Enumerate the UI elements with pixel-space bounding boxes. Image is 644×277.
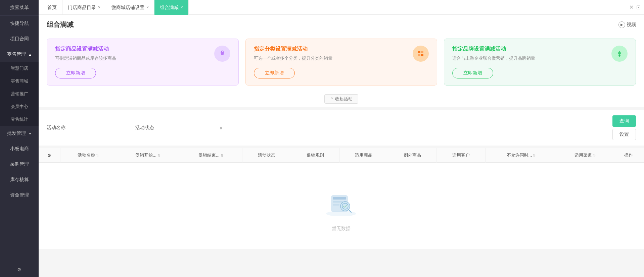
category-card-add-btn[interactable]: 立即新增 <box>254 68 295 78</box>
col-promo-end: 促销结束... ⇅ <box>179 148 242 163</box>
sort-promo-start[interactable]: 促销开始... ⇅ <box>120 152 176 158</box>
svg-rect-7 <box>333 197 346 200</box>
sort-icon-promo-end: ⇅ <box>221 154 223 157</box>
col-activity-name: 活动名称 ⇅ <box>60 148 116 163</box>
svg-rect-1 <box>418 51 420 53</box>
close-combo-discount-icon[interactable]: × <box>181 0 183 15</box>
col-promo-start: 促销开始... ⇅ <box>116 148 179 163</box>
col-activity-status: 活动状态 <box>242 148 291 163</box>
sort-activity-name[interactable]: 活动名称 ⇅ <box>64 152 112 158</box>
page-title: 组合满减 <box>47 20 74 29</box>
empty-state-illustration <box>321 187 361 220</box>
col-applicable-customer: 适用客户 <box>436 148 485 163</box>
col-no-concurrent: 不允许同时... ⇅ <box>485 148 557 163</box>
sort-icon-no-concurrent: ⇅ <box>533 154 536 157</box>
sort-promo-end[interactable]: 促销结束... ⇅ <box>183 152 239 158</box>
tabs-controls: ✕ ⊡ <box>629 4 641 10</box>
sidebar-item-smart-store[interactable]: 智慧门店 <box>0 62 39 75</box>
table-settings-icon[interactable]: ⚙ <box>47 153 51 158</box>
category-card-title: 指定分类设置满减活动 <box>254 46 429 53</box>
tab-store-catalog[interactable]: 门店商品目录 × <box>62 0 106 15</box>
sidebar-item-member-center[interactable]: 会员中心 <box>0 100 39 113</box>
table-header-row: ⚙ 活动名称 ⇅ 促销开始... ⇅ <box>39 148 644 163</box>
sort-applicable-channel[interactable]: 适用渠道 ⇅ <box>560 152 609 158</box>
col-actions: 操作 <box>613 148 644 163</box>
svg-rect-8 <box>333 201 343 203</box>
sidebar-item-retail-mgmt[interactable]: 零售管理 ▲ <box>0 47 39 62</box>
filter-name-item: 活动名称 <box>47 124 129 132</box>
close-wechat-store-icon[interactable]: × <box>146 0 149 15</box>
filter-section: 活动名称 活动状态 进行中 已结束 未开始 ∨ 查询 设置 <box>39 110 644 146</box>
empty-state-cell: 暂无数据 <box>39 163 644 250</box>
empty-state-row: 暂无数据 <box>39 163 644 250</box>
sidebar-settings-icon[interactable]: ⚙ <box>0 262 39 277</box>
sort-icon-applicable-channel: ⇅ <box>593 154 596 157</box>
table-body: 暂无数据 <box>39 163 644 250</box>
sidebar-item-xiaochang-ecom[interactable]: 小畅电商 <box>0 141 39 157</box>
query-button[interactable]: 查询 <box>612 115 636 127</box>
col-settings[interactable]: ⚙ <box>39 148 60 163</box>
category-discount-card: 指定分类设置满减活动 可选一个或者多个分类，提升分类的销量 立即新增 <box>245 39 438 86</box>
empty-text: 暂无数据 <box>332 226 351 232</box>
sort-icon-activity-name: ⇅ <box>96 154 99 157</box>
video-icon: ▶ <box>618 21 625 28</box>
sidebar-item-finance-mgmt[interactable]: 资金管理 <box>0 187 39 203</box>
svg-rect-2 <box>421 51 423 53</box>
wholesale-mgmt-arrow: ▼ <box>28 132 32 135</box>
sort-no-concurrent[interactable]: 不允许同时... ⇅ <box>489 152 554 158</box>
sidebar-item-marketing[interactable]: 营销推广 <box>0 88 39 100</box>
sidebar-item-quick-nav[interactable]: 快捷导航 <box>0 16 39 31</box>
tab-combo-discount[interactable]: 组合满减 × <box>154 0 189 15</box>
brand-card-add-btn[interactable]: 立即新增 <box>452 68 493 78</box>
collapse-bar: ⌃ 收起活动 <box>39 91 644 107</box>
filter-name-label: 活动名称 <box>47 125 65 131</box>
filter-status-item: 活动状态 进行中 已结束 未开始 ∨ <box>135 124 224 132</box>
sidebar-item-wholesale-mgmt[interactable]: 批发管理 ▼ <box>0 126 39 141</box>
svg-rect-9 <box>333 204 339 206</box>
video-link[interactable]: ▶ 视频 <box>618 21 636 28</box>
sidebar-item-retail-stats[interactable]: 零售统计 <box>0 113 39 126</box>
collapse-icon: ⌃ <box>330 97 334 102</box>
filter-status-select[interactable]: 进行中 已结束 未开始 <box>157 124 224 132</box>
table-header: ⚙ 活动名称 ⇅ 促销开始... ⇅ <box>39 148 644 163</box>
col-applicable-goods: 适用商品 <box>339 148 388 163</box>
activity-table: ⚙ 活动名称 ⇅ 促销开始... ⇅ <box>39 148 644 249</box>
category-card-icon <box>413 46 429 62</box>
product-discount-card: 指定商品设置满减活动 可指定滞销商品或库存较多商品 立即新增 <box>47 39 239 86</box>
svg-rect-4 <box>421 54 423 56</box>
page-content: 组合满减 ▶ 视频 指定商品设置满减活动 可指定滞销商品或库存较多商品 <box>39 15 644 277</box>
table-section: ⚙ 活动名称 ⇅ 促销开始... ⇅ <box>39 148 644 249</box>
brand-card-desc: 适合与上游企业联合做营销，提升品牌销量 <box>452 55 628 61</box>
tab-wechat-store[interactable]: 微商城店铺设置 × <box>106 0 154 15</box>
brand-discount-card: 指定品牌设置满减活动 适合与上游企业联合做营销，提升品牌销量 立即新增 <box>444 39 636 86</box>
retail-mgmt-arrow: ▲ <box>28 53 32 56</box>
tabs-bar: 首页 门店商品目录 × 微商城店铺设置 × 组合满减 × ✕ ⊡ <box>39 0 644 15</box>
filter-status-wrapper: 进行中 已结束 未开始 ∨ <box>157 124 224 132</box>
col-applicable-channel: 适用渠道 ⇅ <box>557 148 613 163</box>
filter-name-input[interactable] <box>68 124 129 132</box>
filter-buttons: 查询 设置 <box>612 115 636 140</box>
collapse-activities-btn[interactable]: ⌃ 收起活动 <box>324 94 358 104</box>
brand-card-title: 指定品牌设置满减活动 <box>452 46 628 53</box>
brand-card-icon <box>611 46 628 62</box>
cards-section: 指定商品设置满减活动 可指定滞销商品或库存较多商品 立即新增 <box>39 33 644 91</box>
sidebar: 搜索菜单 快捷导航 项目合同 零售管理 ▲ 智慧门店 零售商城 营销推广 会员中… <box>0 0 39 277</box>
filter-status-label: 活动状态 <box>135 125 154 131</box>
col-except-goods: 例外商品 <box>388 148 437 163</box>
sidebar-item-retail-mall[interactable]: 零售商城 <box>0 75 39 88</box>
cards-row: 指定商品设置满减活动 可指定滞销商品或库存较多商品 立即新增 <box>47 39 636 86</box>
sort-icon-promo-start: ⇅ <box>157 154 160 157</box>
tab-home[interactable]: 首页 <box>42 0 62 15</box>
product-card-add-btn[interactable]: 立即新增 <box>55 68 96 78</box>
sidebar-item-purchase-mgmt[interactable]: 采购管理 <box>0 157 39 172</box>
window-close-icon[interactable]: ✕ <box>629 4 634 10</box>
window-minimize-icon[interactable]: ⊡ <box>636 4 641 10</box>
sidebar-item-inventory-calc[interactable]: 库存核算 <box>0 172 39 187</box>
close-store-catalog-icon[interactable]: × <box>98 0 100 15</box>
settings-button[interactable]: 设置 <box>612 129 636 140</box>
product-card-desc: 可指定滞销商品或库存较多商品 <box>55 55 230 61</box>
product-card-icon <box>214 46 230 62</box>
sidebar-item-project-contract[interactable]: 项目合同 <box>0 31 39 47</box>
sidebar-search[interactable]: 搜索菜单 <box>0 0 39 16</box>
category-card-desc: 可选一个或者多个分类，提升分类的销量 <box>254 55 429 61</box>
